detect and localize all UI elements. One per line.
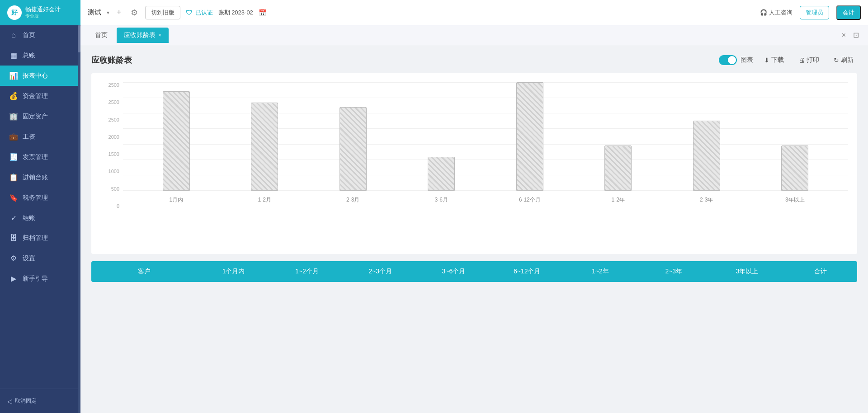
sidebar-item-assets[interactable]: 🏢 固定资产 bbox=[0, 106, 80, 127]
sidebar-item-funds[interactable]: 💰 资金管理 bbox=[0, 86, 80, 106]
sidebar-item-label-tax: 税务管理 bbox=[23, 194, 48, 202]
archive-icon: 🗄 bbox=[9, 234, 18, 242]
sidebar-item-label-settings: 设置 bbox=[23, 254, 35, 263]
print-label: 打印 bbox=[807, 56, 819, 64]
sidebar-item-label-archive: 归档管理 bbox=[23, 234, 48, 242]
sidebar-logo: 好 畅捷通好会计 专业版 bbox=[0, 0, 80, 25]
accountant-button[interactable]: 会计 bbox=[836, 5, 861, 20]
bar-1-2year bbox=[604, 145, 632, 191]
sidebar-item-label-invoices: 发票管理 bbox=[23, 153, 48, 161]
y-label-0: 0 bbox=[117, 203, 119, 209]
add-workspace-icon[interactable]: + bbox=[115, 6, 123, 19]
sidebar-item-home[interactable]: ⌂ 首页 bbox=[0, 25, 80, 45]
y-label-2000: 2000 bbox=[108, 134, 119, 140]
sidebar-item-reports[interactable]: 📊 报表中心 bbox=[0, 66, 80, 86]
content-area: 首页 应收账龄表 × × ⊡ 应收账龄表 bbox=[80, 25, 868, 413]
bar-group-3-6month bbox=[428, 157, 455, 191]
page-actions: 图表 ⬇ 下载 🖨 打印 ↻ 刷新 bbox=[719, 54, 857, 66]
tax-icon: 🔖 bbox=[9, 193, 18, 202]
chart-toggle-wrapper: 图表 bbox=[719, 55, 753, 65]
bar-group-2-3year bbox=[693, 121, 720, 191]
app-name: 畅捷通好会计 bbox=[25, 6, 61, 14]
sidebar-item-purchase-sale[interactable]: 📋 进销台账 bbox=[0, 167, 80, 188]
sidebar-item-settings[interactable]: ⚙ 设置 bbox=[0, 248, 80, 268]
old-version-button[interactable]: 切到旧版 bbox=[145, 6, 180, 19]
guide-icon: ▶ bbox=[9, 274, 18, 283]
sidebar-item-ledger[interactable]: ▦ 总账 bbox=[0, 45, 80, 66]
download-button[interactable]: ⬇ 下载 bbox=[760, 54, 788, 66]
sidebar-item-settlement[interactable]: ✓ 结账 bbox=[0, 208, 80, 228]
assets-icon: 🏢 bbox=[9, 112, 18, 121]
col-header-1month: 1个月内 bbox=[197, 261, 270, 282]
col-header-1-2month: 1~2个月 bbox=[270, 261, 344, 282]
chart-grid-area: 1月内 1-2月 2-3月 3-6月 6-12个月 1-2年 2-3年 3年以上 bbox=[123, 82, 848, 209]
y-label-2500a: 2500 bbox=[108, 82, 119, 88]
chart-toggle-switch[interactable] bbox=[719, 55, 737, 65]
window-close-button[interactable]: × bbox=[840, 29, 848, 41]
y-label-2500b: 2500 bbox=[108, 99, 119, 105]
funds-icon: 💰 bbox=[9, 92, 18, 100]
page-title: 应收账龄表 bbox=[91, 55, 132, 66]
window-expand-button[interactable]: ⊡ bbox=[851, 29, 861, 41]
manager-button[interactable]: 管理员 bbox=[800, 6, 829, 19]
bar-group-1-2month bbox=[251, 103, 278, 191]
settlement-icon: ✓ bbox=[9, 214, 18, 222]
col-header-3-6month: 3~6个月 bbox=[417, 261, 490, 282]
verified-status: 🛡 已认证 bbox=[186, 9, 213, 17]
toggle-knob bbox=[728, 56, 736, 64]
bars-row bbox=[123, 82, 848, 191]
col-header-1-2year: 1~2年 bbox=[564, 261, 637, 282]
sidebar-item-guide[interactable]: ▶ 新手引导 bbox=[0, 268, 80, 289]
col-header-total: 合计 bbox=[784, 261, 857, 282]
tab-active-label: 应收账龄表 bbox=[124, 31, 156, 39]
cancel-fixed-button[interactable]: ◁ 取消固定 bbox=[7, 394, 73, 408]
sidebar-bottom: ◁ 取消固定 bbox=[0, 389, 80, 413]
bar-group-6-12month bbox=[516, 82, 543, 191]
workspace-dropdown-icon[interactable]: ▾ bbox=[107, 9, 109, 16]
tab-receivable-aging[interactable]: 应收账龄表 × bbox=[117, 28, 169, 43]
x-label-1month: 1月内 bbox=[163, 196, 190, 204]
sidebar-scroll: ⌂ 首页 ▦ 总账 📊 报表中心 💰 资金管理 🏢 固定资产 💼 工资 🧾 发票… bbox=[0, 25, 80, 389]
verified-label: 已认证 bbox=[195, 9, 213, 17]
x-label-6-12month: 6-12个月 bbox=[516, 196, 543, 204]
human-service-button[interactable]: 🎧 人工咨询 bbox=[760, 9, 793, 17]
calendar-icon[interactable]: 📅 bbox=[259, 9, 266, 16]
sidebar-item-archive[interactable]: 🗄 归档管理 bbox=[0, 228, 80, 248]
cancel-fixed-label: 取消固定 bbox=[15, 397, 37, 405]
sidebar: 好 畅捷通好会计 专业版 ⌂ 首页 ▦ 总账 📊 报表中心 💰 资金管理 🏢 固… bbox=[0, 0, 80, 413]
main-area: 测试 ▾ + ⚙ 切到旧版 🛡 已认证 账期 2023-02 📅 🎧 人工咨询 … bbox=[80, 0, 868, 413]
bar-1-2month bbox=[251, 103, 278, 191]
chart-toggle-label: 图表 bbox=[741, 56, 753, 64]
bar-group-1-2year bbox=[604, 145, 632, 191]
x-label-2-3month: 2-3月 bbox=[340, 196, 367, 204]
settings-gear-icon[interactable]: ⚙ bbox=[129, 6, 140, 19]
sidebar-item-tax[interactable]: 🔖 税务管理 bbox=[0, 188, 80, 208]
home-icon: ⌂ bbox=[9, 31, 18, 39]
refresh-label: 刷新 bbox=[841, 56, 854, 64]
table-header: 客户 1个月内 1~2个月 2~3个月 3~6个月 6~12个月 1~2年 2~… bbox=[91, 261, 857, 282]
refresh-button[interactable]: ↻ 刷新 bbox=[830, 54, 857, 66]
topbar-right-actions: 🎧 人工咨询 管理员 会计 bbox=[760, 5, 861, 20]
chart-container: 2500 2500 2500 2000 1500 1000 500 0 bbox=[91, 73, 857, 254]
download-label: 下载 bbox=[771, 56, 784, 64]
tab-close-icon[interactable]: × bbox=[158, 32, 161, 38]
sidebar-item-invoices[interactable]: 🧾 发票管理 bbox=[0, 147, 80, 167]
workspace-name: 测试 bbox=[88, 8, 101, 17]
print-button[interactable]: 🖨 打印 bbox=[795, 54, 823, 66]
x-label-1-2year: 1-2年 bbox=[604, 196, 632, 204]
tab-home[interactable]: 首页 bbox=[88, 28, 115, 43]
refresh-icon: ↻ bbox=[834, 56, 839, 64]
tab-home-label: 首页 bbox=[95, 31, 108, 39]
shield-verified-icon: 🛡 bbox=[186, 9, 193, 16]
bar-chart: 2500 2500 2500 2000 1500 1000 500 0 bbox=[100, 82, 848, 227]
pin-left-icon: ◁ bbox=[7, 398, 12, 405]
col-header-customer: 客户 bbox=[91, 261, 197, 282]
bar-1month bbox=[163, 91, 190, 191]
sidebar-item-payroll[interactable]: 💼 工资 bbox=[0, 127, 80, 147]
payroll-icon: 💼 bbox=[9, 132, 18, 141]
tab-bar: 首页 应收账龄表 × × ⊡ bbox=[80, 25, 868, 45]
app-edition: 专业版 bbox=[25, 13, 61, 19]
tab-right-actions: × ⊡ bbox=[840, 29, 861, 41]
x-label-2-3year: 2-3年 bbox=[693, 196, 720, 204]
bar-group-2-3month bbox=[340, 107, 367, 191]
